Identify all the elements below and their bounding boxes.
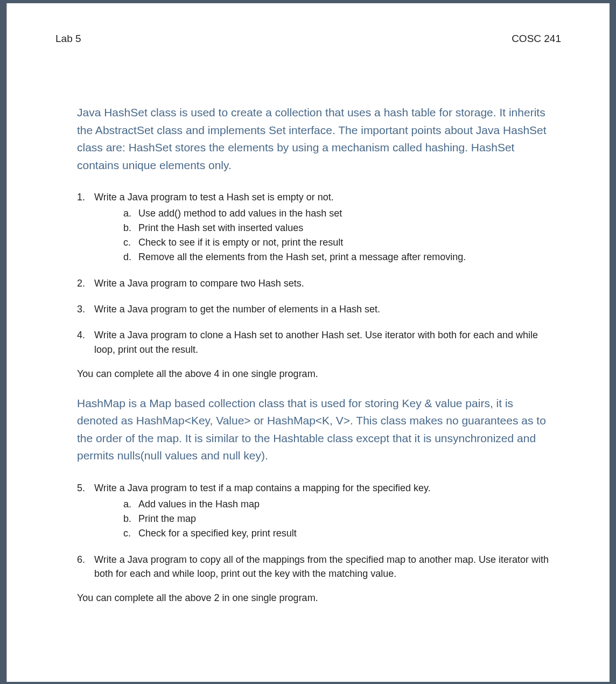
sub-text: Add values in the Hash map <box>138 497 260 512</box>
question-text: Write a Java program to copy all of the … <box>94 554 549 579</box>
question-number: 1. <box>77 190 94 264</box>
question-number: 6. <box>77 553 94 581</box>
sub-item-c: c. Check to see if it is empty or not, p… <box>123 235 556 250</box>
sub-text: Remove all the elements from the Hash se… <box>138 250 466 264</box>
question-list-2: 5. Write a Java program to test if a map… <box>55 481 561 581</box>
sub-item-d: d. Remove all the elements from the Hash… <box>123 250 556 264</box>
question-number: 3. <box>77 302 94 316</box>
sub-item-a: a. Add values in the Hash map <box>123 497 556 512</box>
question-number: 2. <box>77 276 94 290</box>
sub-text: Use add() method to add values in the ha… <box>138 206 342 221</box>
question-2: 2. Write a Java program to compare two H… <box>77 276 556 290</box>
sub-text: Check for a specified key, print result <box>138 526 297 541</box>
question-text: Write a Java program to test a Hash set … <box>94 192 334 203</box>
sub-list-q5: a. Add values in the Hash map b. Print t… <box>94 497 556 541</box>
sub-letter: b. <box>123 221 138 235</box>
question-list: 1. Write a Java program to test a Hash s… <box>55 190 561 356</box>
question-4: 4. Write a Java program to clone a Hash … <box>77 328 556 356</box>
sub-letter: c. <box>123 526 138 541</box>
sub-list-q1: a. Use add() method to add values in the… <box>94 206 556 264</box>
question-text: Write a Java program to test if a map co… <box>94 483 431 493</box>
question-text: Write a Java program to compare two Hash… <box>94 278 304 289</box>
question-1: 1. Write a Java program to test a Hash s… <box>77 190 556 264</box>
question-number: 4. <box>77 328 94 356</box>
header-right: COSC 241 <box>512 33 561 45</box>
sub-item-c: c. Check for a specified key, print resu… <box>123 526 556 541</box>
question-text: Write a Java program to clone a Hash set… <box>94 330 538 354</box>
document-page: Lab 5 COSC 241 Java HashSet class is use… <box>6 3 610 682</box>
sub-text: Check to see if it is empty or not, prin… <box>138 235 343 250</box>
question-5: 5. Write a Java program to test if a map… <box>77 481 556 541</box>
sub-letter: a. <box>123 206 138 221</box>
question-number: 5. <box>77 481 94 541</box>
note-1: You can complete all the above 4 in one … <box>55 368 561 380</box>
intro-paragraph-hashset: Java HashSet class is used to create a c… <box>55 104 561 174</box>
sub-letter: d. <box>123 250 138 264</box>
sub-letter: a. <box>123 497 138 512</box>
note-2: You can complete all the above 2 in one … <box>55 592 561 604</box>
question-6: 6. Write a Java program to copy all of t… <box>77 553 556 581</box>
header-left: Lab 5 <box>55 33 81 45</box>
sub-item-b: b. Print the Hash set with inserted valu… <box>123 221 556 235</box>
page-background: Lab 5 COSC 241 Java HashSet class is use… <box>0 0 616 684</box>
intro-paragraph-hashmap: HashMap is a Map based collection class … <box>55 395 561 465</box>
question-text: Write a Java program to get the number o… <box>94 304 380 315</box>
sub-item-a: a. Use add() method to add values in the… <box>123 206 556 221</box>
sub-text: Print the map <box>138 512 196 526</box>
sub-letter: b. <box>123 512 138 526</box>
sub-item-b: b. Print the map <box>123 512 556 526</box>
document-header: Lab 5 COSC 241 <box>55 33 561 45</box>
sub-letter: c. <box>123 235 138 250</box>
question-3: 3. Write a Java program to get the numbe… <box>77 302 556 316</box>
sub-text: Print the Hash set with inserted values <box>138 221 303 235</box>
